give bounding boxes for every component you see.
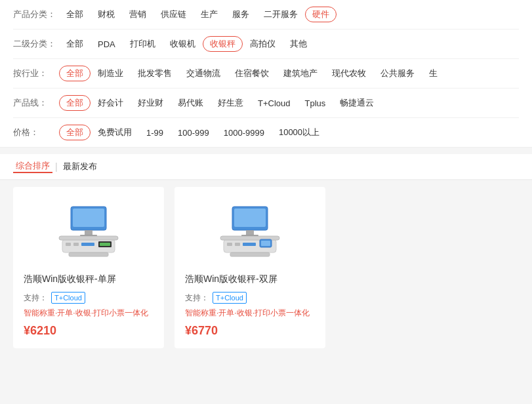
price-1000-9999[interactable]: 1000-9999 [216,126,272,140]
sort-latest[interactable]: 最新发布 [60,161,100,172]
sub-printer[interactable]: 打印机 [123,36,163,52]
svg-rect-13 [234,209,266,227]
price-10000plus[interactable]: 10000以上 [272,125,327,140]
product-line-label: 产品线： [13,97,59,109]
svg-rect-5 [66,243,71,246]
svg-rect-8 [59,236,118,240]
product-category-label: 产品分类： [13,9,59,20]
price-all[interactable]: 全部 [59,125,91,140]
sub-pda[interactable]: PDA [91,37,123,51]
pos-machine-icon-1 [52,203,125,262]
svg-rect-11 [69,253,108,256]
price-row: 价格： 全部 免费试用 1-99 100-999 1000-9999 10000… [13,118,519,147]
price-label: 价格： [13,127,59,138]
support-label-1: 支持： [24,293,47,304]
line-hkj[interactable]: 好会计 [91,95,131,111]
line-all[interactable]: 全部 [59,95,91,111]
cat-hardware[interactable]: 硬件 [305,7,337,22]
sub-highcam[interactable]: 高拍仪 [243,36,283,52]
product-price-1: ¥6210 [24,324,153,338]
svg-rect-2 [85,230,92,235]
sub-scale[interactable]: 收银秤 [203,36,243,52]
industry-label: 按行业： [13,68,59,79]
industry-public[interactable]: 公共服务 [373,66,422,81]
industry-life[interactable]: 生 [422,66,445,81]
svg-rect-23 [230,253,270,256]
product-desc-2: 智能称重·开单·收银·打印小票一体化 [185,308,315,319]
sub-other[interactable]: 其他 [283,36,314,52]
svg-rect-22 [261,241,270,246]
svg-rect-17 [227,243,232,246]
industry-row: 按行业： 全部 制造业 批发零售 交通物流 住宿餐饮 建筑地产 现代农牧 公共服… [13,59,519,89]
svg-rect-14 [246,230,254,235]
product-name-2: 浩顺Win版收银秤-双屏 [185,273,315,285]
pos-machine-icon-2 [214,203,286,262]
sub-category-items: 全部 PDA 打印机 收银机 收银秤 高拍仪 其他 [59,36,314,52]
price-1-99[interactable]: 1-99 [139,126,171,140]
sub-category-row: 二级分类： 全部 PDA 打印机 收银机 收银秤 高拍仪 其他 [13,30,519,59]
product-price-2: ¥6770 [185,324,315,338]
product-support-1: 支持： T+Cloud [24,292,153,304]
svg-rect-6 [73,243,79,246]
product-image-2 [185,200,315,266]
industry-all[interactable]: 全部 [59,66,91,81]
product-card-1[interactable]: 浩顺Win版收银秤-单屏 支持： T+Cloud 智能称重·开单·收银·打印小票… [13,187,164,348]
price-items: 全部 免费试用 1-99 100-999 1000-9999 10000以上 [59,125,327,140]
cat-finance[interactable]: 财税 [91,7,122,22]
product-support-2: 支持： T+Cloud [185,292,315,304]
sort-divider: | [55,161,58,172]
line-hyc[interactable]: 好业财 [131,95,171,111]
product-desc-1: 智能称重·开单·收银·打印小票一体化 [24,308,153,319]
line-cjtcloud[interactable]: 畅捷通云 [333,95,381,111]
filter-section: 产品分类： 全部 财税 营销 供应链 生产 服务 二开服务 硬件 二级分类： 全… [0,0,532,148]
sort-comprehensive[interactable]: 综合排序 [13,160,52,173]
cat-production[interactable]: 生产 [194,7,225,22]
line-hss[interactable]: 好生意 [211,95,251,111]
support-badge-1: T+Cloud [51,292,85,304]
cat-secondary[interactable]: 二开服务 [256,7,305,22]
product-card-2[interactable]: 浩顺Win版收银秤-双屏 支持： T+Cloud 智能称重·开单·收银·打印小票… [174,187,325,348]
support-badge-2: T+Cloud [213,292,247,304]
products-area: 浩顺Win版收银秤-单屏 支持： T+Cloud 智能称重·开单·收银·打印小票… [0,180,532,355]
svg-rect-10 [100,243,110,246]
product-category-row: 产品分类： 全部 财税 营销 供应链 生产 服务 二开服务 硬件 [13,0,519,30]
svg-rect-1 [73,209,104,227]
svg-rect-19 [243,243,256,246]
cat-service[interactable]: 服务 [225,7,256,22]
support-label-2: 支持： [185,293,209,304]
sub-cashier[interactable]: 收银机 [163,36,203,52]
price-100-999[interactable]: 100-999 [171,126,216,140]
cat-all[interactable]: 全部 [59,7,91,22]
industry-transport[interactable]: 交通物流 [179,66,228,81]
sort-bar: 综合排序 | 最新发布 [0,154,532,180]
product-image-1 [24,200,153,266]
price-free[interactable]: 免费试用 [91,125,139,140]
line-tplus[interactable]: Tplus [298,96,333,110]
industry-construction[interactable]: 建筑地产 [276,66,325,81]
product-line-row: 产品线： 全部 好会计 好业财 易代账 好生意 T+Cloud Tplus 畅捷… [13,89,519,118]
industry-items: 全部 制造业 批发零售 交通物流 住宿餐饮 建筑地产 现代农牧 公共服务 生 [59,66,445,81]
svg-rect-18 [235,243,240,246]
industry-agriculture[interactable]: 现代农牧 [325,66,373,81]
cat-marketing[interactable]: 营销 [122,7,153,22]
product-line-items: 全部 好会计 好业财 易代账 好生意 T+Cloud Tplus 畅捷通云 [59,95,381,111]
product-category-items: 全部 财税 营销 供应链 生产 服务 二开服务 硬件 [59,7,337,22]
line-ydz[interactable]: 易代账 [171,95,211,111]
svg-rect-7 [81,243,94,246]
industry-wholesale[interactable]: 批发零售 [131,66,179,81]
sub-category-label: 二级分类： [13,38,59,50]
product-name-1: 浩顺Win版收银秤-单屏 [24,273,153,285]
sub-all[interactable]: 全部 [59,36,91,52]
cat-supply[interactable]: 供应链 [153,7,194,22]
industry-manufacturing[interactable]: 制造业 [91,66,131,81]
industry-hotel[interactable]: 住宿餐饮 [228,66,276,81]
line-tcloud[interactable]: T+Cloud [251,96,298,110]
